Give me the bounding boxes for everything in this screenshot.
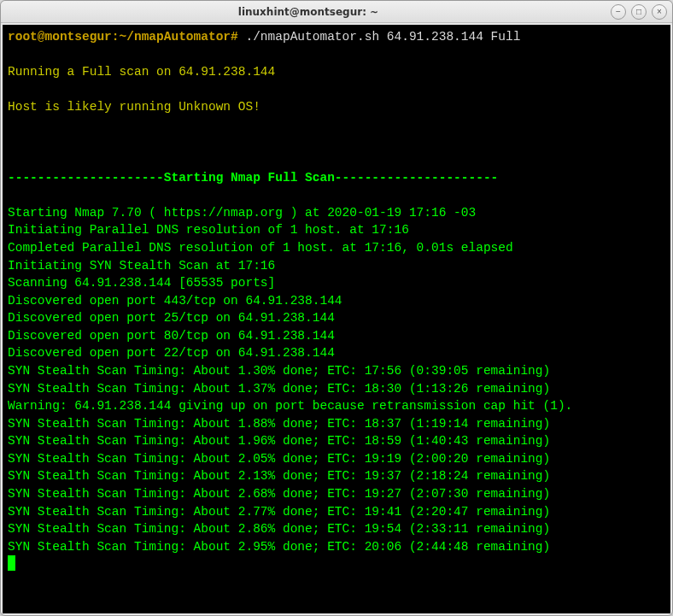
output-line: SYN Stealth Scan Timing: About 2.86% don… xyxy=(8,522,550,536)
output-line: SYN Stealth Scan Timing: About 2.13% don… xyxy=(8,469,550,483)
window-title: linuxhint@montsegur: ~ xyxy=(6,6,611,18)
output-line: SYN Stealth Scan Timing: About 1.96% don… xyxy=(8,434,550,448)
output-line: Initiating SYN Stealth Scan at 17:16 xyxy=(8,259,275,273)
output-line: Discovered open port 25/tcp on 64.91.238… xyxy=(8,311,335,325)
section-divider: ---------------------Starting Nmap Full … xyxy=(8,171,498,185)
output-line: Discovered open port 22/tcp on 64.91.238… xyxy=(8,346,335,360)
output-line: SYN Stealth Scan Timing: About 1.88% don… xyxy=(8,417,550,431)
output-line: Completed Parallel DNS resolution of 1 h… xyxy=(8,241,513,255)
output-line: SYN Stealth Scan Timing: About 2.95% don… xyxy=(8,540,550,554)
close-button[interactable]: × xyxy=(652,4,667,20)
window-controls: − □ × xyxy=(611,4,667,20)
output-line: Discovered open port 443/tcp on 64.91.23… xyxy=(8,294,342,308)
output-line: SYN Stealth Scan Timing: About 1.30% don… xyxy=(8,364,550,378)
terminal-body[interactable]: root@montsegur:~/nmapAutomator# ./nmapAu… xyxy=(3,25,670,613)
maximize-button[interactable]: □ xyxy=(631,4,647,20)
minimize-button[interactable]: − xyxy=(611,4,626,20)
command-text: ./nmapAutomator.sh 64.91.238.144 Full xyxy=(245,30,520,44)
output-line: SYN Stealth Scan Timing: About 2.68% don… xyxy=(8,487,550,501)
output-line: Discovered open port 80/tcp on 64.91.238… xyxy=(8,329,335,343)
output-line: SYN Stealth Scan Timing: About 2.05% don… xyxy=(8,452,550,466)
output-line: Initiating Parallel DNS resolution of 1 … xyxy=(8,223,409,237)
titlebar: linuxhint@montsegur: ~ − □ × xyxy=(1,1,672,23)
host-os-line: Host is likely running Unknown OS! xyxy=(8,100,260,114)
output-line: SYN Stealth Scan Timing: About 2.77% don… xyxy=(8,505,550,519)
terminal-window: linuxhint@montsegur: ~ − □ × root@montse… xyxy=(0,0,673,616)
shell-prompt: root@montsegur:~/nmapAutomator# xyxy=(8,30,238,44)
output-line: Warning: 64.91.238.144 giving up on port… xyxy=(8,399,572,413)
output-line: Scanning 64.91.238.144 [65535 ports] xyxy=(8,276,275,290)
cursor-icon xyxy=(8,555,15,571)
output-line: SYN Stealth Scan Timing: About 1.37% don… xyxy=(8,382,550,396)
output-line: Starting Nmap 7.70 ( https://nmap.org ) … xyxy=(8,206,476,220)
running-header: Running a Full scan on 64.91.238.144 xyxy=(8,65,275,79)
